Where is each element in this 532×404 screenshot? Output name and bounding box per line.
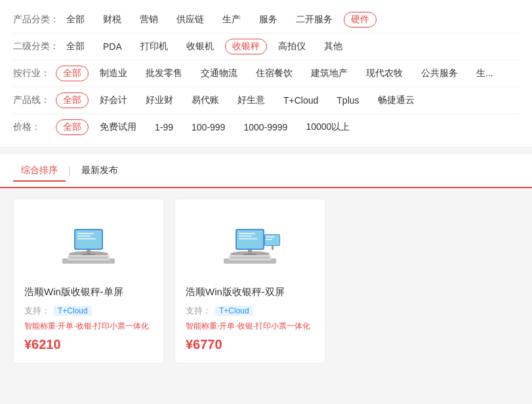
filter-item-product-line-2[interactable]: 好业财 [138, 92, 180, 108]
filter-item-product-category-1[interactable]: 财税 [96, 12, 129, 28]
filter-item-product-category-5[interactable]: 服务 [252, 12, 285, 28]
filter-items-industry: 全部 制造业 批发零售 交通物流 住宿餐饮 建筑地产 现代农牧 公共服务 生..… [56, 66, 501, 81]
filter-item-industry-0[interactable]: 全部 [56, 66, 89, 81]
filter-items-sub-category: 全部 PDA 打印机 收银机 收银秤 高拍仪 其他 [59, 39, 350, 54]
filter-row-product-category: 产品分类： 全部 财税 营销 供应链 生产 服务 二开服务 硬件 [13, 7, 519, 33]
filter-item-product-category-7[interactable]: 硬件 [344, 12, 377, 28]
product-title-1: 浩顺Win版收银秤-双屏 [186, 286, 314, 298]
filter-item-price-4[interactable]: 1000-9999 [236, 120, 295, 134]
product-title-0: 浩顺Win版收银秤-单屏 [24, 286, 153, 298]
product-desc-1: 智能称重·开单·收银·打印小票一体化 [186, 321, 314, 332]
filter-label-industry: 按行业： [13, 68, 56, 79]
svg-rect-19 [239, 238, 257, 239]
filter-items-product-line: 全部 好会计 好业财 易代账 好生意 T+Cloud Tplus 畅捷通云 [56, 92, 422, 108]
filter-item-price-0[interactable]: 全部 [56, 119, 89, 135]
filter-row-sub-category: 二级分类： 全部 PDA 打印机 收银机 收银秤 高拍仪 其他 [13, 33, 519, 60]
svg-rect-11 [69, 256, 108, 259]
filter-item-sub-category-6[interactable]: 其他 [317, 39, 350, 54]
filter-item-price-1[interactable]: 免费试用 [92, 119, 144, 135]
filter-item-product-category-4[interactable]: 生产 [215, 12, 248, 28]
sort-divider: | [66, 165, 73, 176]
support-label-0: 支持： [24, 305, 50, 317]
filter-item-product-category-6[interactable]: 二开服务 [289, 12, 340, 28]
filter-row-product-line: 产品线： 全部 好会计 好业财 易代账 好生意 T+Cloud Tplus 畅捷… [13, 87, 519, 114]
products-grid: 浩顺Win版收银秤-单屏 支持： T+Cloud 智能称重·开单·收银·打印小票… [0, 188, 532, 374]
filter-item-product-line-1[interactable]: 好会计 [92, 92, 134, 108]
svg-rect-25 [266, 239, 272, 240]
svg-rect-28 [230, 256, 270, 259]
filter-item-product-category-2[interactable]: 营销 [133, 12, 165, 28]
product-desc-0: 智能称重·开单·收银·打印小票一体化 [24, 321, 153, 332]
filter-item-product-line-0[interactable]: 全部 [56, 92, 89, 108]
filter-item-price-5[interactable]: 10000以上 [298, 119, 357, 135]
filter-label-sub-category: 二级分类： [13, 41, 59, 52]
product-image-1 [186, 212, 314, 278]
filter-item-industry-3[interactable]: 交通物流 [194, 66, 245, 81]
filter-item-sub-category-1[interactable]: PDA [96, 39, 129, 54]
filter-item-industry-4[interactable]: 住宿餐饮 [249, 66, 300, 81]
product-price-0: ¥6210 [24, 337, 153, 352]
filter-item-sub-category-2[interactable]: 打印机 [133, 39, 175, 54]
filter-item-product-line-5[interactable]: T+Cloud [276, 93, 325, 108]
filter-item-industry-2[interactable]: 批发零售 [138, 66, 190, 81]
filter-label-product-category: 产品分类： [13, 14, 59, 26]
svg-rect-7 [77, 238, 96, 239]
svg-rect-5 [77, 233, 94, 234]
filter-item-sub-category-3[interactable]: 收银机 [179, 39, 221, 54]
filter-item-product-line-4[interactable]: 好生意 [230, 92, 272, 108]
filter-item-price-2[interactable]: 1-99 [148, 120, 180, 134]
filter-item-product-category-0[interactable]: 全部 [59, 12, 92, 28]
svg-rect-18 [239, 235, 252, 237]
support-label-1: 支持： [186, 305, 211, 317]
svg-rect-24 [266, 236, 275, 237]
filter-item-sub-category-4[interactable]: 收银秤 [225, 39, 267, 54]
svg-rect-6 [77, 235, 91, 237]
filter-item-sub-category-5[interactable]: 高拍仪 [271, 39, 313, 54]
sort-item-0[interactable]: 综合排序 [13, 161, 66, 182]
sort-bar: 综合排序 | 最新发布 [0, 154, 532, 188]
filter-item-industry-6[interactable]: 现代农牧 [359, 66, 410, 81]
svg-rect-26 [272, 246, 274, 250]
filter-section: 产品分类： 全部 财税 营销 供应链 生产 服务 二开服务 硬件 二级分类： 全… [0, 0, 532, 148]
product-card-1[interactable]: 浩顺Win版收银秤-双屏 支持： T+Cloud 智能称重·开单·收银·打印小票… [174, 199, 325, 363]
filter-item-industry-8[interactable]: 生... [469, 66, 501, 81]
filter-label-price: 价格： [13, 121, 56, 133]
product-illustration-1 [211, 216, 289, 275]
filter-item-product-line-7[interactable]: 畅捷通云 [371, 92, 422, 108]
filter-item-product-category-3[interactable]: 供应链 [169, 12, 211, 28]
product-price-1: ¥6770 [186, 337, 314, 352]
product-support-1: 支持： T+Cloud [186, 305, 314, 317]
filter-row-industry: 按行业： 全部 制造业 批发零售 交通物流 住宿餐饮 建筑地产 现代农牧 公共服… [13, 60, 519, 87]
filter-item-price-3[interactable]: 100-999 [184, 120, 232, 134]
filter-item-industry-7[interactable]: 公共服务 [414, 66, 465, 81]
filter-row-price: 价格： 全部 免费试用 1-99 100-999 1000-9999 10000… [13, 114, 519, 140]
product-support-0: 支持： T+Cloud [24, 305, 153, 317]
filter-items-product-category: 全部 财税 营销 供应链 生产 服务 二开服务 硬件 [59, 12, 377, 28]
filter-items-price: 全部 免费试用 1-99 100-999 1000-9999 10000以上 [56, 119, 357, 135]
svg-rect-17 [239, 233, 255, 234]
filter-label-product-line: 产品线： [13, 94, 56, 106]
support-tag-1: T+Cloud [215, 306, 253, 316]
support-tag-0: T+Cloud [54, 306, 92, 316]
filter-item-sub-category-0[interactable]: 全部 [59, 39, 92, 54]
sort-item-1[interactable]: 最新发布 [73, 161, 126, 180]
product-card-0[interactable]: 浩顺Win版收银秤-单屏 支持： T+Cloud 智能称重·开单·收银·打印小票… [13, 199, 164, 363]
filter-item-industry-1[interactable]: 制造业 [92, 66, 134, 81]
filter-item-product-line-3[interactable]: 易代账 [184, 92, 226, 108]
filter-item-product-line-6[interactable]: Tplus [329, 93, 366, 108]
product-image-0 [24, 212, 153, 278]
filter-item-industry-5[interactable]: 建筑地产 [304, 66, 355, 81]
product-illustration-0 [49, 216, 128, 275]
